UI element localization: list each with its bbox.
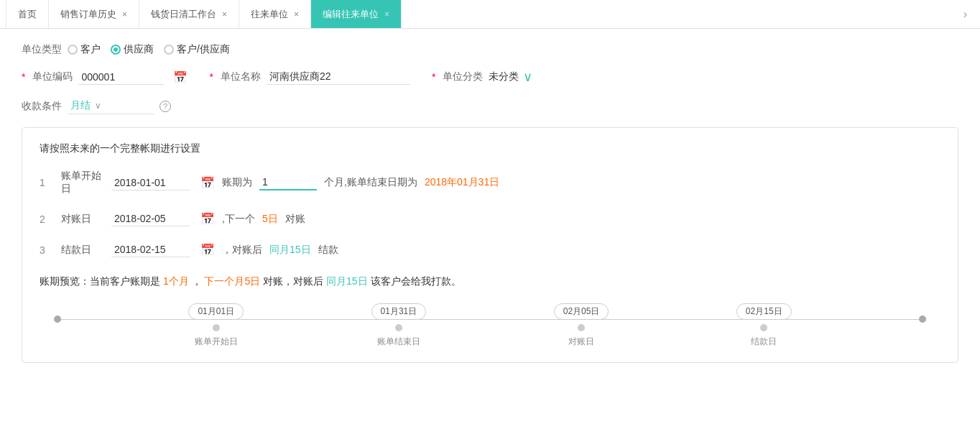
period-num-2: 2 — [40, 213, 54, 225]
payment-value: 月结 — [70, 99, 91, 112]
timeline: 01月01日 账单开始日 01月31日 账单结束日 02月05日 对账日 — [40, 303, 940, 348]
unit-type-row: 单位类型 客户 供应商 客户/供应商 — [22, 43, 958, 56]
timeline-label-3: 对账日 — [568, 336, 594, 348]
name-group: * 单位名称 — [209, 70, 410, 85]
reconcile-highlight: 5日 — [262, 213, 278, 226]
timeline-point-3: 02月05日 对账日 — [554, 303, 609, 348]
timeline-label-1: 账单开始日 — [195, 336, 238, 348]
period-row-2: 2 对账日 📅 ,下一个 5日 对账 — [40, 211, 940, 226]
timeline-start-dot — [54, 316, 61, 323]
payment-suffix2: 结款 — [318, 244, 338, 257]
radio-label-supplier: 供应商 — [124, 43, 154, 56]
payment-highlight: 同月15日 — [269, 244, 311, 257]
timeline-bubble-3: 02月05日 — [554, 303, 609, 320]
name-required: * — [209, 71, 213, 83]
payment-group: 收款条件 月结 ∨ ? — [22, 98, 171, 114]
preview-2: 下一个月5日 — [204, 275, 260, 287]
code-group: * 单位编码 📅 — [22, 70, 188, 85]
timeline-dot-4 — [760, 324, 767, 331]
preview-sep1: ， — [192, 275, 202, 287]
radio-label-both: 客户/供应商 — [177, 43, 230, 56]
timeline-bubble-4: 02月15日 — [736, 303, 792, 320]
payment-select[interactable]: 月结 ∨ — [68, 98, 154, 114]
classify-select[interactable]: 未分类 ∨ — [489, 69, 560, 85]
timeline-bubble-2: 01月31日 — [371, 303, 427, 320]
name-input[interactable] — [267, 70, 410, 85]
tab-chevron-right[interactable]: › — [956, 8, 974, 21]
timeline-label-4: 结款日 — [751, 336, 777, 348]
months-input[interactable] — [259, 175, 317, 190]
timeline-point-4: 02月15日 结款日 — [736, 303, 792, 348]
reconcile-date-calendar-icon[interactable]: 📅 — [200, 212, 215, 226]
preview-text: 账期预览：当前客户账期是 1个月 ， 下一个月5日 对账，对账后 同月15日 该… — [40, 273, 940, 289]
timeline-dot-1 — [213, 324, 220, 331]
period-num-1: 1 — [40, 177, 54, 188]
radio-both[interactable]: 客户/供应商 — [164, 43, 230, 56]
timeline-start-cap — [54, 316, 61, 323]
payment-chevron-icon: ∨ — [95, 101, 101, 111]
period-label-2: 对账日 — [61, 213, 104, 226]
code-required: * — [22, 71, 25, 83]
start-date-input[interactable] — [111, 175, 190, 190]
code-name-classify-row: * 单位编码 📅 * 单位名称 * 单位分类 未分类 ∨ — [22, 69, 958, 85]
tab-home[interactable]: 首页 — [6, 0, 49, 28]
radio-customer[interactable]: 客户 — [68, 43, 101, 56]
timeline-dot-3 — [578, 324, 585, 331]
payment-row: 收款条件 月结 ∨ ? — [22, 98, 958, 114]
payment-suffix: ，对账后 — [222, 244, 262, 257]
period-label-3: 结款日 — [61, 244, 104, 257]
preview-1: 1个月 — [163, 275, 189, 287]
tab-cash-work[interactable]: 钱货日清工作台 × — [139, 0, 239, 28]
timeline-point-2: 01月31日 账单结束日 — [371, 303, 427, 348]
preview-end: 该客户会给我打款。 — [371, 275, 461, 287]
period-label-1: 账单开始日 — [61, 170, 104, 196]
timeline-end-dot — [919, 316, 926, 323]
period-row-3: 3 结款日 📅 ，对账后 同月15日 结款 — [40, 242, 940, 257]
tab-close-edit-partner[interactable]: × — [384, 9, 389, 19]
payment-date-input[interactable] — [111, 242, 190, 257]
payment-date-calendar-icon[interactable]: 📅 — [200, 243, 215, 257]
code-label: 单位编码 — [32, 70, 73, 83]
timeline-points: 01月01日 账单开始日 01月31日 账单结束日 02月05日 对账日 — [54, 303, 926, 348]
unit-type-label: 单位类型 — [22, 43, 62, 56]
radio-circle-supplier — [111, 45, 121, 55]
timeline-end-cap — [919, 316, 926, 323]
period-num-3: 3 — [40, 244, 54, 256]
code-input[interactable] — [78, 70, 165, 85]
classify-chevron-icon: ∨ — [523, 69, 532, 85]
reconcile-date-input[interactable] — [111, 211, 190, 226]
period-box: 请按照未来的一个完整帐期进行设置 1 账单开始日 📅 账期为 个月,账单结束日期… — [22, 127, 958, 363]
period-suffix-before: 账期为 — [222, 176, 252, 189]
period-row-1: 1 账单开始日 📅 账期为 个月,账单结束日期为 2018年01月31日 — [40, 170, 940, 196]
classify-label: 单位分类 — [443, 70, 483, 83]
reconcile-suffix2: 对账 — [285, 213, 305, 226]
classify-group: * 单位分类 未分类 ∨ — [432, 69, 560, 85]
tab-close-cash-work[interactable]: × — [222, 9, 227, 19]
tab-edit-partner[interactable]: 编辑往来单位 × — [311, 0, 402, 28]
timeline-bubble-1: 01月01日 — [188, 303, 244, 320]
radio-circle-customer — [68, 45, 78, 55]
payment-help-icon[interactable]: ? — [160, 101, 171, 112]
radio-group: 客户 供应商 客户/供应商 — [68, 43, 230, 56]
tab-partner[interactable]: 往来单位 × — [239, 0, 311, 28]
classify-required: * — [432, 71, 435, 83]
unit-type-group: 单位类型 客户 供应商 客户/供应商 — [22, 43, 230, 56]
payment-label: 收款条件 — [22, 100, 62, 113]
period-suffix-months: 个月,账单结束日期为 — [324, 176, 417, 189]
start-date-calendar-icon[interactable]: 📅 — [200, 176, 215, 190]
preview-3: 同月15日 — [326, 275, 368, 287]
timeline-label-2: 账单结束日 — [377, 336, 420, 348]
radio-label-customer: 客户 — [80, 43, 101, 56]
period-title: 请按照未来的一个完整帐期进行设置 — [40, 142, 940, 155]
name-label: 单位名称 — [221, 70, 261, 83]
preview-sep2: 对账，对账后 — [263, 275, 323, 287]
code-calendar-icon[interactable]: 📅 — [173, 70, 188, 84]
tab-close-partner[interactable]: × — [294, 9, 299, 19]
main-content: 单位类型 客户 供应商 客户/供应商 * 单位编码 — [0, 29, 980, 437]
classify-value: 未分类 — [489, 70, 519, 83]
tab-bar: 首页 销售订单历史 × 钱货日清工作台 × 往来单位 × 编辑往来单位 × › — [0, 0, 980, 29]
tab-sales-history[interactable]: 销售订单历史 × — [49, 0, 139, 28]
period-end-date: 2018年01月31日 — [425, 176, 499, 189]
tab-close-sales-history[interactable]: × — [122, 9, 127, 19]
radio-supplier[interactable]: 供应商 — [111, 43, 154, 56]
